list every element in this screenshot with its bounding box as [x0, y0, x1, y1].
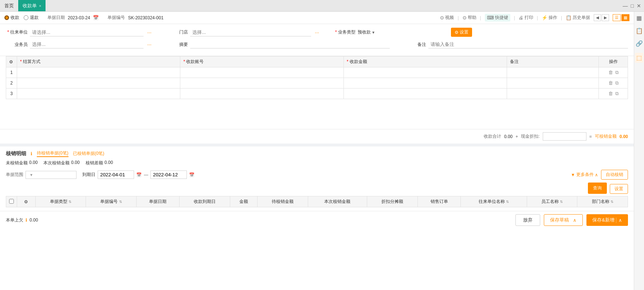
row-2-remark[interactable] [507, 78, 599, 89]
discard-button[interactable]: 放弃 [515, 214, 540, 226]
doc-num-sort-icon: ⇅ [119, 200, 122, 204]
tab-home[interactable]: 首页 [0, 0, 18, 11]
calendar-icon[interactable]: 📅 [93, 15, 99, 20]
store-more-icon[interactable]: ··· [315, 30, 319, 35]
discount-col-header: 折扣分摊额 [367, 196, 418, 207]
row-2-account[interactable] [180, 78, 343, 89]
amount-col-header: * 收款金额 [343, 56, 507, 67]
counterpart-input[interactable] [30, 28, 144, 36]
settings-col-header[interactable]: ⚙ [6, 56, 17, 67]
row-3-actions: 🗑 ⧉ [599, 89, 628, 99]
doc-type-col-header[interactable]: 单据类型 ⇅ [35, 196, 86, 207]
tab-receipt[interactable]: 收款单 × [18, 0, 46, 11]
list-view-icon[interactable]: ☰ [613, 14, 621, 21]
doc-num-col-header[interactable]: 单据编号 ⇅ [86, 196, 136, 207]
right-panel-icon-4[interactable]: ⬚ [635, 53, 643, 63]
help-action[interactable]: ⊙ 帮助 [463, 15, 476, 21]
store-label: 门店 [166, 29, 188, 35]
more-conditions[interactable]: ▼ 更多条件 ∧ [571, 172, 598, 178]
abstract-input[interactable] [190, 40, 390, 48]
discount-input[interactable] [543, 132, 586, 141]
help-icon: ⊙ [463, 15, 467, 20]
set-button[interactable]: 设置 [610, 184, 628, 194]
salesperson-input[interactable] [30, 40, 144, 48]
footer: 本单上欠 ℹ 0.00 放弃 保存草稿 ∧ 保存&新增 ∧ [0, 211, 634, 229]
row-1-settlement[interactable] [17, 67, 180, 78]
row-3-account[interactable] [180, 89, 343, 99]
row-1-delete-icon[interactable]: 🗑 [608, 70, 613, 75]
dept-col-header[interactable]: 部门名称 ⇅ [577, 196, 628, 207]
row-2-delete-icon[interactable]: 🗑 [608, 80, 613, 86]
nav-next-icon[interactable]: ▶ [602, 14, 609, 21]
row-1-account[interactable] [180, 67, 343, 78]
tab-bar-actions: — □ ✕ [623, 3, 644, 9]
row-3-amount[interactable] [343, 89, 507, 99]
print-action[interactable]: 🖨 打印 [519, 15, 533, 21]
save-new-button[interactable]: 保存&新增 ∧ [586, 214, 628, 226]
query-button[interactable]: 查询 [588, 183, 607, 194]
row-2-settlement[interactable] [17, 78, 180, 89]
video-action[interactable]: ⊙ 视频 [440, 15, 454, 21]
biz-type-label: 业务类型 [334, 29, 356, 35]
range-label: 单据范围 [6, 172, 23, 178]
radio-receipt[interactable]: 收款 [4, 15, 19, 21]
biz-type-select[interactable]: 预收款 ▾ [358, 29, 449, 35]
save-draft-button[interactable]: 保存草稿 ∧ [544, 214, 583, 226]
row-1-amount[interactable] [343, 67, 507, 78]
limit-label: 本单上欠 [6, 217, 23, 223]
nav-prev-icon[interactable]: ◀ [594, 14, 601, 21]
auto-reconcile-button[interactable]: 自动核销 [601, 170, 628, 180]
tab-close-icon[interactable]: × [39, 4, 41, 8]
history-action[interactable]: 📋 历史单据 [566, 15, 590, 21]
remark-input[interactable] [428, 40, 628, 48]
right-panel-icon-1[interactable]: ▦ [636, 15, 642, 21]
hexiao-header: 核销明细 ℹ 待核销单据(0笔) 已核销单据(0笔) [6, 150, 628, 157]
chevron-up-icon: ∧ [595, 172, 598, 177]
window-close-icon[interactable]: ✕ [637, 3, 641, 9]
due-date-end[interactable] [150, 171, 187, 179]
settlement-col-header: * 结算方式 [17, 56, 180, 67]
diff-label: 核销差额 [86, 160, 103, 166]
action-col-header: 操作 [599, 56, 628, 67]
settings-button[interactable]: ⚙ 设置 [451, 28, 472, 37]
row-2-amount[interactable] [343, 78, 507, 89]
hexiao-tab-pending[interactable]: 待核销单据(0笔) [37, 150, 68, 157]
video-label: 视频 [445, 15, 454, 21]
draft-dropdown-icon[interactable]: ∧ [570, 218, 577, 223]
window-minimize-icon[interactable]: — [623, 3, 628, 9]
grid-view-icon[interactable]: ▦ [621, 14, 629, 21]
settings-icon2: ⚙ [24, 199, 28, 204]
right-panel-icon-3[interactable]: 🔗 [636, 40, 643, 47]
employee-col-header[interactable]: 员工名称 ⇅ [527, 196, 577, 207]
biz-type-value: 预收款 [358, 29, 371, 35]
hexiao-info-icon[interactable]: ℹ [31, 151, 32, 156]
row-3-copy-icon[interactable]: ⧉ [615, 91, 619, 97]
row-1-copy-icon[interactable]: ⧉ [615, 70, 619, 75]
store-input[interactable] [190, 28, 311, 36]
unrec-amount: 未核销金额 0.00 [6, 160, 38, 166]
settings-button-label: 设置 [460, 29, 468, 35]
select-all-checkbox[interactable] [9, 199, 14, 204]
row-3-delete-icon[interactable]: 🗑 [608, 91, 613, 97]
operations-action[interactable]: ⚡ 操作 [542, 15, 557, 21]
shortcut-action[interactable]: ⌨ 快捷键 [485, 14, 510, 21]
counterpart-more-icon[interactable]: ··· [147, 30, 152, 35]
due-date-start[interactable] [98, 171, 134, 179]
row-2-copy-icon[interactable]: ⧉ [615, 80, 619, 86]
right-panel-icon-2[interactable]: 📋 [636, 27, 643, 34]
counterpart-col-header[interactable]: 往来单位名称 ⇅ [461, 196, 527, 207]
radio-refund[interactable]: 退款 [24, 15, 39, 21]
limit-info-icon[interactable]: ℹ [25, 218, 27, 223]
salesperson-more-icon[interactable]: ··· [147, 42, 152, 47]
range-select[interactable]: ▾ [25, 171, 76, 179]
row-3-settlement[interactable] [17, 89, 180, 99]
filter-left: 单据范围 ▾ 到期日 📅 — 📅 [6, 171, 195, 179]
hexiao-tab-done[interactable]: 已核销单据(0笔) [73, 150, 105, 157]
row-3-remark[interactable] [507, 89, 599, 99]
calendar-start-icon[interactable]: 📅 [136, 172, 142, 177]
settings-col-header2[interactable]: ⚙ [17, 196, 36, 207]
window-restore-icon[interactable]: □ [631, 3, 634, 9]
save-new-dropdown-icon[interactable]: ∧ [616, 218, 622, 223]
calendar-end-icon[interactable]: 📅 [189, 172, 195, 177]
row-1-remark[interactable] [507, 67, 599, 78]
